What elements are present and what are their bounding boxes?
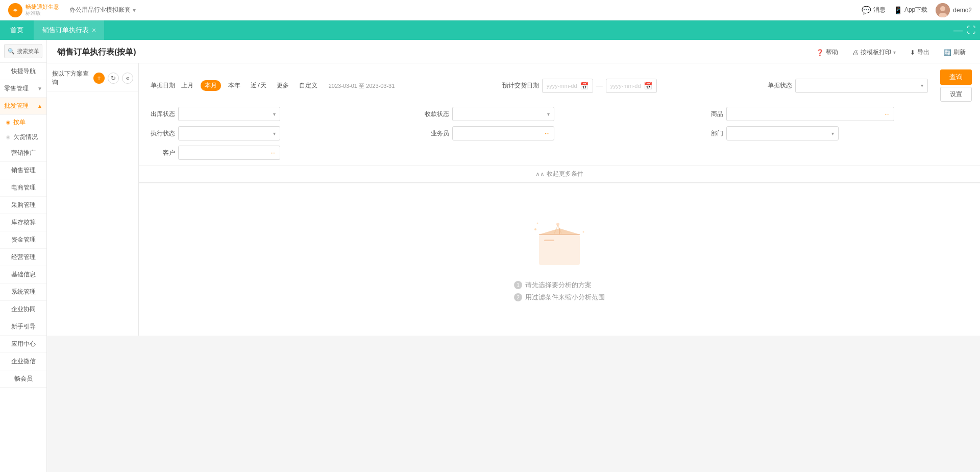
order-status-arrow-icon: ▾	[921, 83, 923, 88]
tab-more[interactable]: 更多	[274, 80, 292, 91]
refresh-button[interactable]: 🔄 刷新	[940, 46, 970, 59]
tab-bar: 首页 销售订单执行表 × — ⛶	[0, 20, 980, 40]
app-download-label: App下载	[904, 6, 927, 14]
order-status-select[interactable]: ▾	[795, 79, 928, 93]
query-button[interactable]: 查询	[940, 69, 972, 85]
sidebar-item-operations[interactable]: 经营管理	[0, 249, 46, 266]
collapse-icon: «	[126, 75, 130, 82]
empty-hint-2: 2 用过滤条件来缩小分析范围	[514, 293, 605, 302]
settings-button[interactable]: 设置	[940, 87, 972, 102]
tab-current-label: 销售订单执行表	[42, 26, 89, 35]
tab-minimize-icon[interactable]: —	[953, 25, 963, 36]
sidebar-item-member[interactable]: 畅会员	[0, 370, 46, 388]
sidebar-item-purchase[interactable]: 采购管理	[0, 197, 46, 214]
customer-input[interactable]: ···	[178, 146, 280, 160]
calendar-start-icon[interactable]: 📅	[580, 82, 589, 90]
help-icon: ❓	[816, 49, 824, 56]
sidebar-item-inventory[interactable]: 库存核算	[0, 214, 46, 231]
tab-custom[interactable]: 自定义	[296, 80, 321, 91]
product-input[interactable]: ···	[726, 107, 894, 121]
page-title: 销售订单执行表(按单)	[57, 47, 136, 58]
sidebar-item-basics[interactable]: 基础信息	[0, 266, 46, 284]
sidebar-item-quick-nav-label: 快捷导航	[11, 67, 36, 76]
empty-illustration	[526, 214, 593, 270]
product-dots[interactable]: ···	[885, 110, 890, 117]
left-panel-add-button[interactable]: +	[93, 73, 105, 84]
export-button[interactable]: ⬇ 导出	[906, 46, 934, 59]
payment-status-select[interactable]: ▾	[452, 107, 554, 121]
tab-home[interactable]: 首页	[0, 20, 34, 40]
exec-status-arrow-icon: ▾	[273, 131, 276, 136]
sidebar: 🔍 搜索菜单 快捷导航 零售管理 ▼ 批发管理 ▲ 按单 欠货情况 营销推广	[0, 40, 47, 472]
dept-group: 部门 ▾	[695, 126, 894, 140]
left-panel-collapse-button[interactable]: «	[122, 73, 133, 84]
collapse-bar[interactable]: ∧∧ 收起更多条件	[139, 165, 980, 182]
sidebar-item-inventory-label: 库存核算	[11, 218, 36, 227]
print-label: 按模板打印	[861, 48, 891, 57]
left-panel-title: 按以下方案查询	[52, 69, 93, 87]
sidebar-item-finance[interactable]: 资金管理	[0, 231, 46, 249]
out-status-select[interactable]: ▾	[178, 107, 280, 121]
logo-icon	[8, 3, 22, 17]
dept-select[interactable]: ▾	[726, 126, 839, 140]
hint2-num: 2	[514, 293, 522, 301]
sidebar-item-system[interactable]: 系统管理	[0, 284, 46, 301]
tab-this-year[interactable]: 本年	[225, 80, 243, 91]
export-icon: ⬇	[910, 49, 915, 56]
print-icon: 🖨	[852, 49, 859, 56]
date-filter-group: 单据日期 上月 本月 本年 近7天 更多 自定义	[147, 80, 321, 91]
expected-date-start-input[interactable]: yyyy-mm-dd 📅	[542, 79, 593, 93]
print-button[interactable]: 🖨 按模板打印 ▾	[848, 46, 900, 59]
sidebar-item-sales[interactable]: 销售管理	[0, 162, 46, 179]
sidebar-item-member-label: 畅会员	[14, 374, 33, 383]
sidebar-item-ecommerce[interactable]: 电商管理	[0, 179, 46, 197]
sidebar-item-finance-label: 资金管理	[11, 235, 36, 244]
message-button[interactable]: 💬 消息	[862, 6, 886, 15]
salesperson-label: 业务员	[421, 129, 449, 138]
tab-last-7[interactable]: 近7天	[248, 80, 270, 91]
sidebar-item-wechat[interactable]: 企业微信	[0, 353, 46, 370]
sidebar-search-button[interactable]: 🔍 搜索菜单	[4, 44, 42, 58]
sidebar-item-enterprise[interactable]: 企业协同	[0, 301, 46, 318]
sidebar-item-retail[interactable]: 零售管理 ▼	[0, 80, 46, 98]
app-download-button[interactable]: 📱 App下载	[894, 6, 927, 14]
tab-maximize-icon[interactable]: ⛶	[967, 25, 976, 36]
expected-date-group: 预计交货日期 yyyy-mm-dd 📅 — yyyy-mm-dd 📅	[502, 79, 657, 93]
sidebar-item-wholesale-arrow: ▲	[37, 103, 42, 109]
svg-rect-4	[539, 234, 580, 265]
tab-current[interactable]: 销售订单执行表 ×	[34, 20, 104, 40]
exec-status-select[interactable]: ▾	[178, 126, 280, 140]
page-actions: ❓ 帮助 🖨 按模板打印 ▾ ⬇ 导出 🔄 刷新	[812, 46, 970, 59]
sidebar-item-newbie[interactable]: 新手引导	[0, 318, 46, 336]
sidebar-item-marketing[interactable]: 营销推广	[0, 145, 46, 162]
salesperson-input[interactable]: ···	[452, 126, 554, 140]
tab-this-month[interactable]: 本月	[201, 80, 221, 91]
left-panel-refresh-button[interactable]: ↻	[108, 73, 119, 84]
customer-dots[interactable]: ···	[271, 149, 276, 156]
calendar-end-icon[interactable]: 📅	[644, 82, 652, 90]
sidebar-item-apps[interactable]: 应用中心	[0, 336, 46, 353]
breadcrumb-arrow-icon[interactable]: ▾	[133, 7, 136, 14]
user-area[interactable]: demo2	[936, 3, 972, 17]
sidebar-item-quick-nav[interactable]: 快捷导航	[0, 63, 46, 80]
tab-close-icon[interactable]: ×	[92, 26, 96, 34]
expected-date-end-input[interactable]: yyyy-mm-dd 📅	[606, 79, 657, 93]
exec-status-label: 执行状态	[147, 129, 175, 138]
sidebar-item-ecommerce-label: 电商管理	[11, 183, 36, 192]
empty-hint-1: 1 请先选择要分析的方案	[514, 280, 605, 290]
sidebar-sub-item-debt[interactable]: 欠货情况	[0, 130, 46, 145]
filter-section: 单据日期 上月 本月 本年 近7天 更多 自定义	[139, 63, 980, 183]
svg-rect-7	[544, 240, 554, 241]
salesperson-dots[interactable]: ···	[545, 130, 550, 137]
sidebar-sub-item-press-order[interactable]: 按单	[0, 115, 46, 130]
search-label: 搜索菜单	[17, 48, 39, 55]
help-button[interactable]: ❓ 帮助	[812, 46, 842, 59]
press-order-label: 按单	[13, 118, 26, 127]
collapse-button[interactable]: ∧∧ 收起更多条件	[535, 170, 583, 178]
empty-hints: 1 请先选择要分析的方案 2 用过滤条件来缩小分析范围	[514, 280, 605, 305]
action-buttons: 查询 设置	[940, 69, 972, 102]
order-status-label: 单据状态	[764, 81, 792, 90]
tab-last-month[interactable]: 上月	[178, 80, 197, 91]
sidebar-item-wholesale[interactable]: 批发管理 ▲	[0, 98, 46, 115]
product-label: 商品	[695, 110, 723, 119]
